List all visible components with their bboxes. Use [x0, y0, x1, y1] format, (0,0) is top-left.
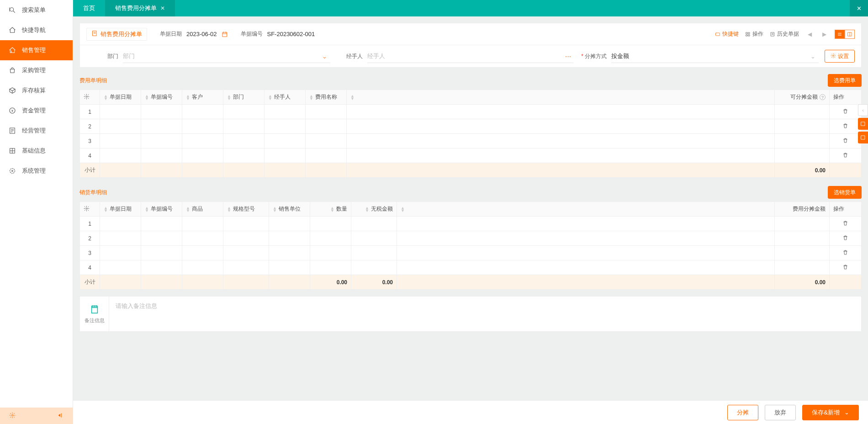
delete-row-icon[interactable] — [830, 246, 862, 260]
view-toggle — [835, 30, 855, 39]
float-tab-1-icon[interactable] — [858, 118, 868, 130]
sidebar-label: 经营管理 — [22, 127, 46, 135]
sidebar-item-quicknav[interactable]: 快捷导航 — [0, 20, 73, 40]
form-header-card: 销售费用分摊单 单据日期 2023-06-02 单据编号 SF-20230602… — [79, 23, 862, 68]
tab-bar: 首页 销售费用分摊单 ✕ ✕ — [73, 0, 868, 16]
select-sale-doc-button[interactable]: 选销货单 — [828, 186, 862, 199]
delete-row-icon[interactable] — [830, 134, 862, 148]
col-notax[interactable]: ▲▼无税金额 — [351, 202, 397, 217]
sidebar-label: 采购管理 — [22, 66, 46, 74]
collapse-icon[interactable] — [56, 412, 64, 420]
col-blank: ▲▼ — [397, 202, 775, 217]
table-row[interactable]: 1 — [80, 105, 862, 119]
tab-home[interactable]: 首页 — [73, 0, 105, 16]
delete-row-icon[interactable] — [830, 105, 862, 119]
tabbar-close-all[interactable]: ✕ — [850, 0, 868, 16]
view-grid-icon[interactable] — [845, 30, 855, 39]
view-list-icon[interactable] — [835, 30, 845, 39]
tab-label: 销售费用分摊单 — [115, 4, 157, 12]
float-toggle-icon[interactable]: ‹ — [858, 104, 868, 116]
sidebar-item-sales[interactable]: 销售管理 — [0, 40, 73, 60]
svg-rect-26 — [716, 33, 720, 36]
remark-side: 备注信息 — [80, 297, 109, 331]
float-tab-2-icon[interactable] — [858, 132, 868, 143]
save-new-button[interactable]: 保存&新增⌄ — [802, 405, 859, 420]
table-row[interactable]: 4 — [80, 260, 862, 275]
col-qty[interactable]: ▲▼数量 — [310, 202, 351, 217]
svg-point-41 — [86, 207, 87, 209]
date-value[interactable]: 2023-06-02 — [186, 31, 217, 37]
remark-label: 备注信息 — [85, 317, 105, 324]
delete-row-icon[interactable] — [830, 148, 862, 163]
sidebar-item-system[interactable]: 系统管理 — [0, 161, 73, 181]
delete-row-icon[interactable] — [830, 217, 862, 231]
dept-input[interactable] — [123, 49, 330, 63]
col-fee-name[interactable]: ▲▼费用名称 — [306, 90, 347, 105]
close-icon[interactable]: ✕ — [160, 5, 165, 11]
sort-icon: ▲▼ — [309, 95, 313, 100]
table-row[interactable]: 2 — [80, 119, 862, 134]
table-row[interactable]: 2 — [80, 231, 862, 246]
delete-row-icon[interactable] — [830, 119, 862, 134]
quickkey-link[interactable]: 快捷键 — [715, 30, 739, 38]
col-date[interactable]: ▲▼单据日期 — [100, 202, 141, 217]
svg-point-39 — [833, 55, 834, 56]
method-select[interactable] — [611, 49, 819, 63]
col-no[interactable]: ▲▼单据编号 — [141, 202, 182, 217]
sort-icon: ▲▼ — [227, 95, 231, 100]
sidebar-item-inventory[interactable]: 库存核算 — [0, 80, 73, 101]
svg-marker-17 — [58, 413, 61, 417]
calendar-icon[interactable] — [222, 31, 228, 37]
field-handler: 经手人 ⋯ — [331, 49, 572, 63]
col-dept[interactable]: ▲▼部门 — [223, 90, 265, 105]
next-arrow-icon[interactable]: ▶ — [820, 30, 828, 38]
subtotal-row: 小计 0.00 0.00 0.00 — [80, 275, 862, 290]
col-product[interactable]: ▲▼商品 — [182, 202, 223, 217]
col-blank: ▲▼ — [347, 90, 775, 105]
sidebar-item-search[interactable]: 搜索菜单 — [0, 0, 73, 20]
sidebar-label: 基础信息 — [22, 147, 46, 155]
subtotal-amount: 0.00 — [775, 163, 830, 178]
gear-icon[interactable] — [9, 412, 16, 420]
gear-column-header[interactable] — [80, 202, 100, 217]
table-row[interactable]: 3 — [80, 134, 862, 148]
col-fee-alloc[interactable]: 费用分摊金额 — [775, 202, 830, 217]
select-fee-doc-button[interactable]: 选费用单 — [828, 74, 862, 87]
tab-sales-allocation[interactable]: 销售费用分摊单 ✕ — [105, 0, 175, 16]
sidebar-item-operations[interactable]: 经营管理 — [0, 121, 73, 141]
prev-arrow-icon[interactable]: ◀ — [805, 30, 814, 38]
operations-link[interactable]: 操作 — [745, 30, 763, 38]
sidebar-item-purchase[interactable]: 采购管理 — [0, 60, 73, 80]
table-row[interactable]: 3 — [80, 246, 862, 260]
table-row[interactable]: 4 — [80, 148, 862, 163]
sidebar-item-funds[interactable]: ¥ 资金管理 — [0, 101, 73, 121]
history-link[interactable]: 历史单据 — [770, 30, 799, 38]
notax-subtotal: 0.00 — [351, 275, 397, 290]
col-unit[interactable]: ▲▼销售单位 — [269, 202, 310, 217]
col-allocatable[interactable]: 可分摊金额? — [775, 90, 830, 105]
help-icon[interactable]: ? — [820, 94, 826, 100]
col-customer[interactable]: ▲▼客户 — [182, 90, 223, 105]
gear-icon — [831, 53, 836, 60]
doc-no-value: SF-20230602-001 — [267, 31, 315, 37]
right-float-panel: ‹ — [858, 104, 868, 143]
table-row[interactable]: 1 — [80, 217, 862, 231]
sidebar: 搜索菜单 快捷导航 销售管理 采购管理 库存核算 ¥ 资金管理 经营管理 基础信… — [0, 0, 73, 424]
col-no[interactable]: ▲▼单据编号 — [141, 90, 182, 105]
handler-input[interactable] — [367, 49, 574, 63]
discard-button[interactable]: 放弃 — [765, 405, 796, 420]
bag-icon — [8, 66, 16, 74]
col-handler[interactable]: ▲▼经手人 — [265, 90, 306, 105]
svg-point-0 — [10, 8, 14, 11]
remark-input[interactable] — [109, 297, 861, 331]
col-spec[interactable]: ▲▼规格型号 — [223, 202, 269, 217]
col-date[interactable]: ▲▼单据日期 — [100, 90, 141, 105]
sidebar-item-basedata[interactable]: 基础信息 — [0, 141, 73, 161]
delete-row-icon[interactable] — [830, 231, 862, 246]
settings-button[interactable]: 设置 — [825, 50, 855, 63]
svg-rect-22 — [222, 32, 227, 36]
allocate-button[interactable]: 分摊 — [727, 405, 758, 420]
date-label: 单据日期 — [160, 30, 182, 38]
delete-row-icon[interactable] — [830, 260, 862, 275]
gear-column-header[interactable] — [80, 90, 100, 105]
